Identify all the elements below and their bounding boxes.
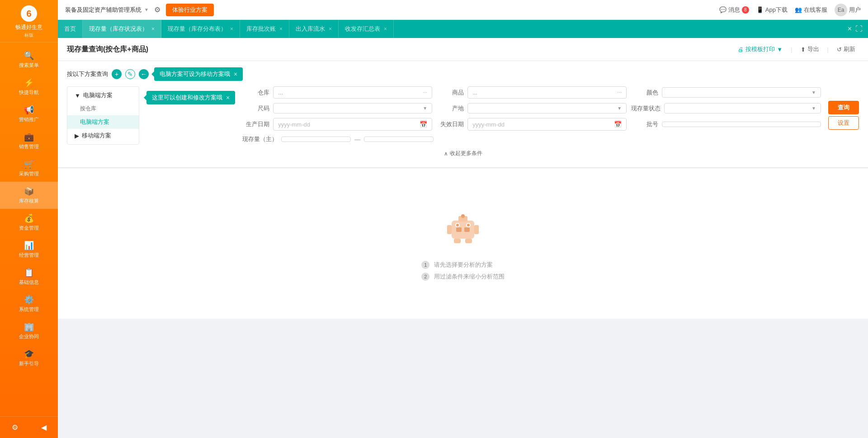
sidebar-collapse-btn[interactable]: ◀	[39, 421, 48, 433]
origin-arrow: ▼	[617, 106, 622, 111]
sidebar-settings-btn[interactable]: ⚙	[10, 421, 20, 433]
filter-expiry-date: 失效日期 yyyy-mm-dd 📅	[437, 118, 627, 131]
edit-scheme-button[interactable]: ✎	[125, 69, 135, 79]
tab-receive-summary-label: 收发存汇总表	[345, 25, 380, 33]
logo-title: 畅通好生意	[15, 24, 42, 31]
sidebar-item-sales[interactable]: 💼 销售管理	[0, 127, 58, 155]
search-buttons: 查询 设置	[828, 86, 859, 130]
page-title: 现存量查询(按仓库+商品)	[67, 45, 148, 54]
support-label: 在线客服	[804, 6, 827, 14]
tab-close-batch-ledger[interactable]: ×	[279, 26, 283, 32]
operations-icon: 📊	[24, 240, 34, 250]
tab-close-receive-summary[interactable]: ×	[384, 26, 387, 32]
stock-qty-max[interactable]	[364, 137, 434, 142]
expiry-date-calendar-icon[interactable]: 📅	[614, 121, 622, 128]
svg-point-6	[467, 224, 470, 226]
sidebar-item-enterprise[interactable]: 🏢 企业协同	[0, 317, 58, 344]
tree-item-warehouse[interactable]: 按仓库	[67, 102, 139, 115]
fullscreen-button[interactable]: ⛶	[855, 25, 863, 33]
tab-close-inventory-status[interactable]: ×	[151, 26, 155, 32]
stock-status-select[interactable]: ▼	[664, 103, 821, 113]
tab-in-out-flow[interactable]: 出入库流水 ×	[289, 20, 339, 38]
warehouse-select[interactable]: ... ⋯	[273, 86, 432, 99]
guide-icon: 🎓	[24, 349, 34, 359]
goods-select[interactable]: ... ⋯	[467, 86, 627, 99]
sidebar-item-quicknav[interactable]: ⚡ 快捷导航	[0, 73, 58, 100]
app-download-label: App下载	[765, 6, 788, 14]
stock-status-label: 现存量状态	[631, 104, 660, 113]
support-group[interactable]: 👥 在线客服	[795, 6, 827, 14]
production-date-calendar-icon[interactable]: 📅	[420, 121, 427, 128]
page-header: 现存量查询(按仓库+商品) 🖨 按模板打印 ▼ | ⬆ 导出 | ↺ 刷新	[58, 38, 868, 61]
close-all-tabs-button[interactable]: ×	[848, 25, 852, 33]
collapse-filter-button[interactable]: ∧ 收起更多条件	[67, 146, 859, 161]
step2-text: 用过滤条件来缩小分析范围	[434, 273, 505, 280]
purchase-icon: 🛒	[24, 159, 34, 169]
tree-item-mobile[interactable]: ▶ 移动端方案	[67, 129, 139, 142]
tab-home-label: 首页	[64, 25, 76, 33]
nav-label-quicknav: 快捷导航	[19, 89, 39, 96]
search-button[interactable]: 查询	[828, 101, 859, 114]
nav-label-guide: 新手引导	[19, 360, 39, 367]
stock-status-arrow: ▼	[811, 106, 816, 111]
tab-receive-summary[interactable]: 收发存汇总表 ×	[339, 20, 394, 38]
tooltip1-close[interactable]: ×	[234, 71, 237, 78]
add-scheme-button[interactable]: +	[112, 69, 122, 79]
reset-button[interactable]: 设置	[828, 116, 859, 130]
sidebar-item-purchase[interactable]: 🛒 采购管理	[0, 155, 58, 182]
industry-button[interactable]: 体验行业方案	[166, 4, 214, 16]
tab-inventory-status[interactable]: 现存量（库存状况表） ×	[83, 20, 161, 38]
nav-label-sales: 销售管理	[19, 143, 39, 150]
sidebar-item-system[interactable]: ⚙️ 系统管理	[0, 290, 58, 317]
search-icon: 🔍	[24, 51, 34, 61]
tab-close-in-out-flow[interactable]: ×	[329, 26, 332, 32]
message-group[interactable]: 💬 消息 8	[719, 6, 749, 14]
svg-rect-2	[464, 227, 470, 232]
tab-close-inventory-dist[interactable]: ×	[230, 26, 233, 32]
refresh-button[interactable]: ↺ 刷新	[833, 43, 859, 55]
tab-home[interactable]: 首页	[58, 20, 83, 38]
export-label: 导出	[807, 45, 819, 53]
sidebar-item-basic[interactable]: 📋 基础信息	[0, 263, 58, 290]
batch-no-input[interactable]	[662, 122, 821, 127]
sidebar-item-operations[interactable]: 📊 经营管理	[0, 236, 58, 263]
tab-inventory-dist[interactable]: 现存量（库存分布表） ×	[161, 20, 240, 38]
print-button[interactable]: 🖨 按模板打印 ▼	[734, 43, 786, 55]
tree-item-desktop[interactable]: ▼ 电脑端方案	[67, 89, 139, 102]
batch-no-label: 批号	[631, 120, 658, 128]
color-select[interactable]: ▼	[662, 87, 821, 98]
size-select[interactable]: ▼	[273, 103, 432, 113]
nav-label-basic: 基础信息	[19, 279, 39, 286]
production-date-input[interactable]: yyyy-mm-dd 📅	[273, 118, 432, 131]
svg-rect-0	[452, 221, 474, 239]
export-button[interactable]: ⬆ 导出	[797, 43, 823, 55]
nav-label-purchase: 采购管理	[19, 170, 39, 177]
filter-fields: 仓库 ... ⋯ 商品 ... ⋯ 颜色	[242, 86, 821, 146]
sidebar-item-marketing[interactable]: 📢 营销推广	[0, 100, 58, 127]
system-selector[interactable]: 装备及固定资产辅助管理系统 ▼	[65, 6, 149, 14]
tab-batch-ledger[interactable]: 库存批次账 ×	[240, 20, 289, 38]
tooltip2-close[interactable]: ×	[226, 94, 230, 101]
sidebar-item-guide[interactable]: 🎓 新手引导	[0, 344, 58, 372]
filter-origin: 产地 ▼	[437, 103, 627, 113]
sidebar-item-finance[interactable]: 💰 资金管理	[0, 209, 58, 236]
nav-label-enterprise: 企业协同	[19, 333, 39, 340]
app-download-group[interactable]: 📱 App下载	[756, 6, 788, 14]
stock-qty-min[interactable]	[281, 137, 351, 142]
filter-panel: 按以下方案查询 + ✎ ← 电脑方案可设为移动方案哦 × ▼ 电脑端方案	[58, 61, 868, 168]
message-label: 消息	[728, 6, 740, 14]
sidebar-item-search[interactable]: 🔍 搜索菜单	[0, 46, 58, 73]
support-icon: 👥	[795, 6, 802, 13]
user-group[interactable]: Ea 用户	[835, 4, 861, 16]
tree-item-scheme[interactable]: 电脑端方案	[67, 115, 139, 129]
warehouse-label: 仓库	[242, 89, 269, 97]
filter-goods: 商品 ... ⋯	[437, 86, 627, 99]
filter-header: 按以下方案查询 + ✎ ← 电脑方案可设为移动方案哦 ×	[67, 67, 859, 81]
back-scheme-button[interactable]: ←	[139, 69, 149, 79]
expiry-date-input[interactable]: yyyy-mm-dd 📅	[467, 118, 627, 131]
main-content: 现存量查询(按仓库+商品) 🖨 按模板打印 ▼ | ⬆ 导出 | ↺ 刷新 按以…	[58, 38, 868, 438]
sidebar-item-inventory[interactable]: 📦 库存核算	[0, 182, 58, 209]
settings-button[interactable]: ⚙	[154, 5, 160, 14]
header-right: 💬 消息 8 📱 App下载 👥 在线客服 Ea 用户	[719, 4, 861, 16]
origin-select[interactable]: ▼	[467, 103, 627, 113]
